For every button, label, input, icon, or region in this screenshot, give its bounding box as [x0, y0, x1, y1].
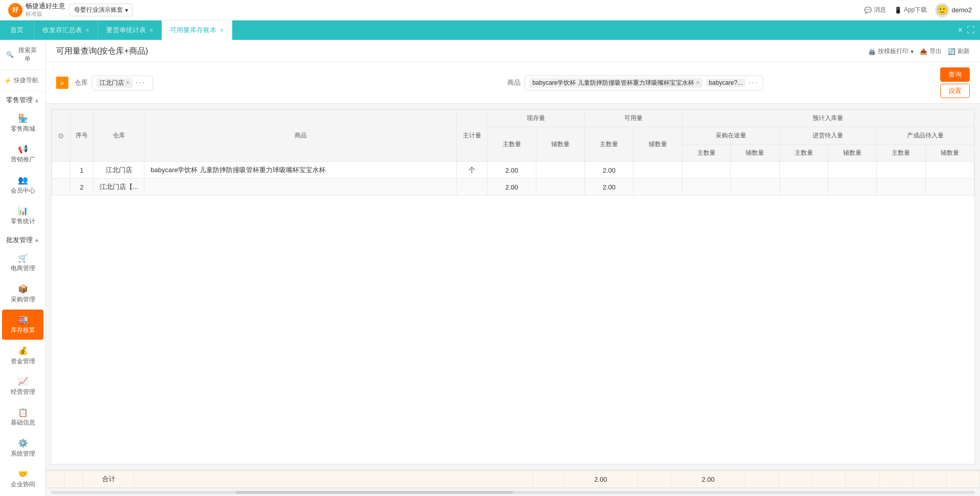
search-menu-btn[interactable]: 🔍 搜索菜单 — [4, 44, 41, 65]
footer-product-main — [913, 471, 946, 488]
query-btn[interactable]: 查询 — [940, 67, 970, 82]
footer-avail-main: 2.00 — [671, 471, 745, 488]
app-download-btn[interactable]: 📱 App下载 — [894, 6, 927, 14]
logo-text-area: 畅捷通好生意 标准版 — [26, 2, 65, 18]
tab-home[interactable]: 首页 — [0, 20, 34, 40]
product-tag1-close[interactable]: × — [696, 79, 700, 86]
row2-inbound-aux — [828, 179, 876, 196]
tab-receive-summary[interactable]: 收发存汇总表 × — [34, 20, 98, 40]
col-inbound-aux-header: 辅数量 — [828, 145, 876, 162]
sidebar-item-enterprise[interactable]: 🤝 企业协同 — [2, 464, 43, 493]
tab-order-summary[interactable]: 要货单统计表 × — [98, 20, 162, 40]
logo-area: 好 畅捷通好生意 标准版 — [8, 2, 65, 18]
print-btn[interactable]: 🖨️ 按模板打印 ▾ — [868, 47, 914, 56]
tab-available-inventory[interactable]: 可用量库存账本 × — [162, 20, 232, 40]
sidebar-item-purchase[interactable]: 📦 采购管理 — [2, 279, 43, 309]
footer-purchase-aux — [812, 471, 846, 488]
print-label: 按模板打印 — [878, 47, 909, 56]
filter-expand-btn[interactable]: » — [56, 77, 68, 89]
tab-receive-summary-label: 收发存汇总表 — [42, 26, 82, 35]
row2-inbound-main — [779, 179, 828, 196]
refresh-btn[interactable]: 🔄 刷新 — [948, 47, 970, 56]
sidebar-item-operations-label: 经营管理 — [11, 388, 35, 396]
col-product-main-header: 主数量 — [877, 145, 925, 162]
top-bar-right: 💬 消息 📱 App下载 🙂 demo2 — [864, 3, 972, 17]
ecommerce-icon: 🛒 — [18, 253, 28, 264]
row2-num: 2 — [70, 179, 93, 196]
tab-available-inventory-close[interactable]: × — [219, 26, 224, 34]
print-icon: 🖨️ — [868, 48, 876, 55]
system-icon: ⚙️ — [18, 438, 28, 449]
sidebar-item-member[interactable]: 👥 会员中心 — [2, 170, 43, 200]
user-area[interactable]: 🙂 demo2 — [935, 3, 972, 17]
sidebar-item-inventory-label: 库存核算 — [11, 326, 35, 335]
col-planned-inbound-header: 预计入库量 — [682, 110, 974, 127]
sidebar-group-retail-header[interactable]: 零售管理 ▲ — [0, 91, 45, 108]
export-btn[interactable]: 📤 导出 — [920, 47, 942, 56]
warehouse-input[interactable]: 江北门店 × ··· — [92, 76, 153, 90]
row2-current-main: 2.00 — [487, 179, 536, 196]
footer-avail-aux — [745, 471, 779, 488]
sidebar-item-operations[interactable]: 📈 经营管理 — [2, 371, 43, 401]
sidebar-group-retail-label: 零售管理 — [6, 96, 33, 105]
product-input[interactable]: babycare学饮杯 儿童防摔防撞吸管杯重力球吸嘴杯宝宝水杯 × babyca… — [525, 76, 763, 90]
row1-purchase-aux — [731, 162, 779, 179]
col-purchase-main-header: 主数量 — [682, 145, 730, 162]
sidebar-item-retail-stats[interactable]: 📊 零售统计 — [2, 201, 43, 230]
warehouse-dots[interactable]: ··· — [136, 78, 145, 87]
operations-icon: 📈 — [18, 376, 28, 387]
product-dots[interactable]: ··· — [749, 78, 758, 87]
tab-close-all-icon[interactable]: × — [958, 26, 963, 35]
product-label: 商品 — [507, 78, 521, 87]
row1-settings — [52, 162, 70, 179]
warehouse-label: 仓库 — [75, 78, 88, 87]
col-avail-main-header: 主数量 — [585, 127, 633, 162]
inventory-table: ⚙ 序号 仓库 商品 主计量 现存量 可用量 预计入库量 主数量 辅数量 主数量 — [52, 109, 974, 196]
settings-btn[interactable]: 设置 — [940, 84, 970, 98]
sidebar-item-ecommerce[interactable]: 🛒 电商管理 — [2, 248, 43, 278]
scroll-thumb[interactable] — [236, 491, 513, 494]
logo-icon: 好 — [8, 3, 22, 17]
tab-bar: 首页 收发存汇总表 × 要货单统计表 × 可用量库存账本 × × ⛶ — [0, 20, 980, 40]
footer-inbound-main — [846, 471, 879, 488]
industry-select[interactable]: 母婴行业演示账套 ▾ — [69, 4, 133, 16]
sidebar-group-wholesale-header[interactable]: 批发管理 ▲ — [0, 231, 45, 248]
sidebar-item-ecommerce-label: 电商管理 — [11, 265, 35, 273]
col-settings-header[interactable]: ⚙ — [52, 110, 70, 162]
app-download-label: App下载 — [904, 6, 927, 14]
scroll-track[interactable] — [51, 491, 975, 494]
message-btn[interactable]: 💬 消息 — [864, 6, 886, 14]
sidebar-item-inventory[interactable]: 🏭 库存核算 — [2, 310, 43, 339]
product-tag1-value: babycare学饮杯 儿童防摔防撞吸管杯重力球吸嘴杯宝宝水杯 — [532, 79, 694, 87]
quick-nav-btn[interactable]: ⚡ 快捷导航 — [0, 74, 45, 87]
tab-receive-summary-close[interactable]: × — [85, 26, 89, 34]
sidebar-item-basic-info[interactable]: 📋 基础信息 — [2, 403, 43, 432]
table-gear-icon[interactable]: ⚙ — [58, 132, 64, 140]
content-area: 可用量查询(按仓库+商品) 🖨️ 按模板打印 ▾ 📤 导出 🔄 刷新 » — [46, 40, 980, 496]
sidebar-item-member-label: 会员中心 — [11, 187, 35, 195]
message-icon: 💬 — [864, 7, 872, 14]
filter-warehouse-group: 仓库 江北门店 × ··· — [75, 76, 501, 90]
row1-product-main — [877, 162, 925, 179]
tab-order-summary-close[interactable]: × — [149, 26, 153, 34]
tab-maximize-icon[interactable]: ⛶ — [967, 26, 975, 35]
row1-current-aux — [536, 162, 584, 179]
warehouse-tag-close[interactable]: × — [126, 79, 130, 86]
purchase-icon: 📦 — [18, 284, 28, 295]
sidebar-group-wholesale-label: 批发管理 — [6, 235, 33, 245]
col-available-header: 可用量 — [585, 110, 682, 127]
col-purchase-aux-header: 辅数量 — [731, 145, 779, 162]
retail-mall-icon: 🏪 — [18, 113, 28, 124]
product-tag1: babycare学饮杯 儿童防摔防撞吸管杯重力球吸嘴杯宝宝水杯 × — [529, 78, 703, 88]
row1-product-aux — [925, 162, 974, 179]
sidebar-item-retail-mall[interactable]: 🏪 零售商城 — [2, 108, 43, 138]
chevron-down-icon: ▾ — [125, 7, 128, 14]
footer-current-aux — [638, 471, 671, 488]
sidebar-item-marketing[interactable]: 📢 营销推广 — [2, 139, 43, 169]
sidebar-item-system[interactable]: ⚙️ 系统管理 — [2, 433, 43, 463]
filter-product-group: 商品 babycare学饮杯 儿童防摔防撞吸管杯重力球吸嘴杯宝宝水杯 × bab… — [507, 76, 934, 90]
sidebar-item-finance[interactable]: 💰 资金管理 — [2, 341, 43, 370]
row1-inbound-main — [779, 162, 828, 179]
row1-avail-main: 2.00 — [585, 162, 633, 179]
enterprise-icon: 🤝 — [18, 469, 28, 480]
